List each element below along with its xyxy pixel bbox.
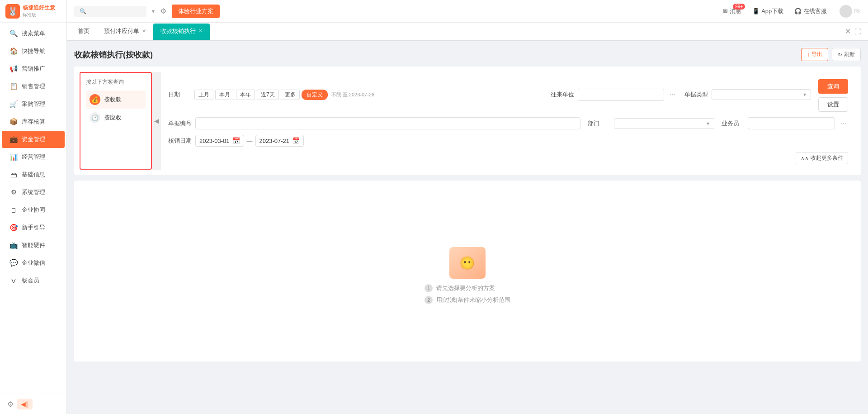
- guide-icon: 🎯: [9, 224, 18, 232]
- sidebar-item-nav[interactable]: 🏠 快捷导航: [2, 43, 65, 60]
- page-header: 收款核销执行(按收款) ↑ 导出 ↻ 刷新: [74, 48, 861, 61]
- tab-verify-close-icon[interactable]: ✕: [198, 28, 203, 34]
- staff-filter-group: 业务员 ···: [722, 117, 848, 129]
- phone-icon: 📱: [752, 8, 760, 14]
- calendar-start-icon: 📅: [232, 137, 240, 144]
- weixin-icon: 💬: [9, 259, 18, 267]
- tab-close-button[interactable]: ✕: [845, 27, 851, 36]
- top-search-box[interactable]: 🔍: [74, 6, 146, 17]
- filter-row-1: 日期 上月 本月 本年 近7天 更多 自定义 不限 至 2023-07-26: [168, 77, 848, 112]
- empty-texts: 1 请先选择要分析的方案 2 用[过滤]条件来缩小分析范围: [425, 284, 510, 304]
- dept-label: 部门: [588, 119, 610, 128]
- dept-filter-group: 部门 ▾: [588, 118, 714, 129]
- counterpart-input[interactable]: [578, 89, 664, 101]
- staff-more-icon[interactable]: ···: [839, 119, 848, 128]
- purchase-icon: 🛒: [9, 100, 18, 108]
- sidebar-collapse-button[interactable]: ◀‖: [17, 399, 33, 409]
- date-btn-custom[interactable]: 自定义: [302, 90, 328, 100]
- basic-icon: 🗃: [9, 171, 18, 179]
- collapse-arrow-icon: ∧∧: [801, 155, 809, 162]
- sidebar-item-purchase[interactable]: 🛒 采购管理: [2, 95, 65, 113]
- tab-prepay[interactable]: 预付冲应付单 ✕: [97, 24, 153, 40]
- settings-gear-icon[interactable]: ⚙: [7, 400, 14, 409]
- collab-icon: 🗒: [9, 206, 18, 214]
- filter-sidebar: 按以下方案查询 💰 按收款 🕐 按应收: [80, 72, 152, 170]
- verify-date-end-input[interactable]: 2023-07-21 📅: [255, 135, 304, 147]
- refresh-button[interactable]: ↻ 刷新: [832, 48, 861, 61]
- tab-verify[interactable]: 收款核销执行 ✕: [153, 24, 210, 40]
- sidebar-item-hardware[interactable]: 📺 智能硬件: [2, 237, 65, 254]
- search-chevron-icon[interactable]: ▾: [152, 8, 155, 14]
- sidebar-item-weixin[interactable]: 💬 企业微信: [2, 254, 65, 271]
- settings-button[interactable]: 设置: [818, 97, 848, 112]
- message-button[interactable]: ✉ 消息 99+: [723, 7, 741, 15]
- user-avatar-area[interactable]: Rit: [840, 5, 861, 18]
- dept-select[interactable]: ▾: [614, 118, 714, 129]
- marketing-icon: 📢: [9, 65, 18, 73]
- page-title: 收款核销执行(按收款): [74, 49, 153, 60]
- filter-collapse-button[interactable]: ◀: [152, 72, 161, 170]
- topbar-gear-icon[interactable]: ⚙: [160, 7, 166, 15]
- message-icon: ✉: [723, 8, 728, 14]
- inventory-icon: 📦: [9, 118, 18, 126]
- sidebar-item-system[interactable]: ⚙ 系统管理: [2, 184, 65, 201]
- logo-icon: 🐰: [5, 4, 20, 19]
- verify-date-group: 核销日期 2023-03-01 📅 — 2023-07-21 📅: [168, 135, 848, 147]
- empty-hint-2: 2 用[过滤]条件来缩小分析范围: [425, 296, 510, 304]
- sales-icon: 📋: [9, 82, 18, 90]
- results-area: 😶 1 请先选择要分析的方案 2 用[过滤]条件来缩小分析范围: [74, 181, 861, 362]
- online-service-button[interactable]: 🎧 在线客服: [794, 7, 827, 15]
- sidebar-item-inventory[interactable]: 📦 库存核算: [2, 113, 65, 130]
- query-button[interactable]: 查询: [818, 79, 848, 94]
- date-hint: 不限 至 2023-07-26: [331, 91, 374, 98]
- collapse-more-button[interactable]: ∧∧ 收起更多条件: [796, 152, 848, 164]
- member-icon: V: [9, 277, 18, 285]
- sidebar-bottom: ⚙ ◀‖: [0, 394, 66, 414]
- date-btn-last-month[interactable]: 上月: [194, 90, 213, 100]
- counterpart-filter-group: 往来单位 ···: [551, 89, 677, 101]
- empty-hint-1: 1 请先选择要分析的方案: [425, 284, 510, 292]
- export-button[interactable]: ↑ 导出: [801, 48, 828, 61]
- verify-date-start-input[interactable]: 2023-03-01 📅: [195, 135, 244, 147]
- filter-option-by-receipt[interactable]: 💰 按收款: [86, 90, 146, 109]
- finance-icon: 💼: [9, 135, 18, 143]
- doctype-select[interactable]: ▾: [712, 89, 811, 100]
- empty-state: 😶 1 请先选择要分析的方案 2 用[过滤]条件来缩小分析范围: [415, 202, 519, 340]
- tab-home[interactable]: 首页: [71, 24, 97, 40]
- date-btn-this-year[interactable]: 本年: [236, 90, 255, 100]
- date-btn-7days[interactable]: 近7天: [257, 90, 279, 100]
- counterpart-input-wrap: [578, 89, 664, 101]
- filter-layout: 按以下方案查询 💰 按收款 🕐 按应收 ◀: [80, 72, 855, 170]
- date-btn-this-month[interactable]: 本月: [215, 90, 234, 100]
- docno-input[interactable]: [195, 117, 580, 129]
- solution-button[interactable]: 体验行业方案: [172, 5, 220, 18]
- sidebar-item-sales[interactable]: 📋 销售管理: [2, 78, 65, 95]
- date-btn-more[interactable]: 更多: [281, 90, 300, 100]
- edition-label: 标准版: [23, 12, 55, 18]
- doctype-filter-group: 单据类型 ▾: [684, 89, 811, 100]
- counterpart-label: 往来单位: [551, 90, 574, 99]
- filter-option-by-receivable[interactable]: 🕐 按应收: [86, 109, 146, 127]
- sidebar-item-marketing[interactable]: 📢 营销推广: [2, 60, 65, 77]
- filter-row-2: 单据编号 部门 ▾: [168, 117, 848, 129]
- logo-area: 🐰 畅捷通好生意 标准版: [0, 0, 66, 23]
- filter-main: 日期 上月 本月 本年 近7天 更多 自定义 不限 至 2023-07-26: [161, 72, 855, 170]
- sidebar-item-collab[interactable]: 🗒 企业协同: [2, 201, 65, 219]
- staff-input[interactable]: [748, 117, 835, 129]
- tab-prepay-close-icon[interactable]: ✕: [142, 28, 146, 34]
- calendar-end-icon: 📅: [292, 137, 300, 144]
- sidebar-item-search[interactable]: 🔍 搜索菜单: [2, 25, 65, 42]
- staff-label: 业务员: [722, 119, 744, 128]
- sidebar-item-member[interactable]: V 畅会员: [2, 272, 65, 289]
- sidebar-item-basic[interactable]: 🗃 基础信息: [2, 166, 65, 183]
- tab-fullscreen-button[interactable]: ⛶: [854, 28, 861, 35]
- counterpart-more-icon[interactable]: ···: [668, 90, 677, 99]
- main-area: 🔍 ▾ ⚙ 体验行业方案 ✉ 消息 99+ 📱 App下载 🎧 在线客服 Rit…: [67, 0, 868, 414]
- empty-box-shape: 😶: [449, 247, 486, 279]
- message-badge: 99+: [733, 4, 745, 10]
- sidebar-item-management[interactable]: 📊 经营管理: [2, 148, 65, 166]
- filter-panel: 按以下方案查询 💰 按收款 🕐 按应收 ◀: [74, 67, 861, 175]
- sidebar-item-finance[interactable]: 💼 资金管理: [2, 131, 65, 148]
- sidebar-item-guide[interactable]: 🎯 新手引导: [2, 219, 65, 236]
- app-download-button[interactable]: 📱 App下载: [752, 7, 783, 15]
